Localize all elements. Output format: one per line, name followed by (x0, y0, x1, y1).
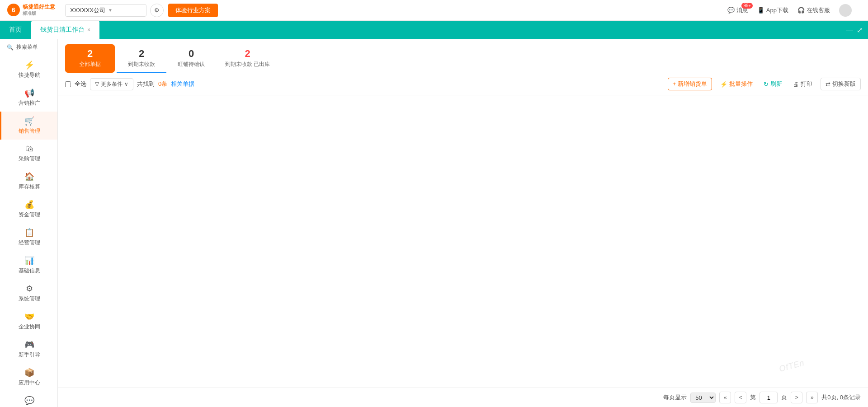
first-page-button[interactable]: « (719, 392, 731, 403)
finance-icon: 💰 (24, 200, 34, 210)
sidebar-label-operations: 经营管理 (19, 239, 40, 247)
sidebar-item-inventory[interactable]: 🏠 库存核算 (0, 167, 57, 195)
purchase-icon: 🛍 (25, 144, 33, 154)
gear-icon: ⚙ (154, 7, 160, 14)
sidebar-label-app-center: 应用中心 (19, 379, 40, 387)
logo-icon: 6 (7, 4, 20, 16)
top-header: 6 畅捷通好生意 标准版 XXXXXX公司 ▼ ⚙ 体验行业方案 💬 消息 99… (0, 0, 868, 21)
add-sales-order-button[interactable]: + 新增销货单 (668, 78, 712, 90)
sidebar-item-beginner[interactable]: 🎮 新手引导 (0, 335, 57, 363)
sidebar-item-finance[interactable]: 💰 资金管理 (0, 195, 57, 223)
service-icon: 🎧 (797, 7, 805, 14)
toolbar-left: 全选 ▽ 更多条件 ∨ 共找到 0条 相关单据 (65, 78, 664, 90)
chevron-icon: ∨ (124, 81, 128, 87)
online-service-action[interactable]: 🎧 在线客服 (797, 6, 830, 14)
sidebar: 🔍 搜索菜单 ⚡ 快捷导航 📢 营销推广 🛒 销售管理 🛍 采购管理 🏠 库存核… (0, 39, 58, 407)
sidebar-item-marketing[interactable]: 📢 营销推广 (0, 84, 57, 112)
stat-tab-overdue[interactable]: 2 到期未收款 (117, 44, 166, 73)
operations-icon: 📋 (24, 228, 34, 238)
more-conditions-label: 更多条件 (101, 80, 123, 88)
search-label: 搜索菜单 (16, 43, 38, 51)
table-area (58, 95, 868, 388)
app-center-icon: 📦 (24, 368, 34, 378)
sidebar-item-app-center[interactable]: 📦 应用中心 (0, 363, 57, 391)
settings-button[interactable]: ⚙ (150, 4, 164, 17)
nav-tab-actions: — ⤢ (846, 26, 868, 34)
cooperation-icon: 🤝 (24, 312, 34, 322)
found-prefix: 共找到 (137, 80, 155, 88)
switch-version-button[interactable]: ⇄ 切换新版 (821, 78, 861, 90)
sidebar-label-basic-info: 基础信息 (19, 267, 40, 275)
stat-label-pending: 旺铺待确认 (178, 61, 205, 68)
download-icon: 📱 (757, 7, 764, 14)
print-button[interactable]: 🖨 打印 (790, 78, 815, 90)
total-info: 共0页, 0条记录 (821, 393, 861, 402)
basic-info-icon: 📊 (24, 256, 34, 266)
search-icon: 🔍 (7, 44, 14, 51)
stat-num-all: 2 (87, 48, 93, 60)
tab-cash-flow[interactable]: 钱货日清工作台 × (31, 21, 99, 39)
refresh-icon: ↻ (764, 81, 769, 88)
app-download-label: App下载 (766, 6, 788, 14)
page-label-post: 页 (781, 393, 787, 402)
sidebar-item-operations[interactable]: 📋 经营管理 (0, 223, 57, 251)
system-icon: ⚙ (26, 284, 33, 294)
minimize-window-button[interactable]: — (846, 26, 853, 34)
company-selector[interactable]: XXXXXX公司 ▼ (65, 4, 146, 17)
logo-area: 6 畅捷通好生意 标准版 (7, 4, 65, 16)
select-all-checkbox[interactable] (65, 81, 71, 87)
sidebar-item-system[interactable]: ⚙ 系统管理 (0, 279, 57, 307)
sidebar-label-marketing: 营销推广 (19, 99, 40, 107)
content-area: 2 全部单据 2 到期未收款 0 旺铺待确认 2 到期未收款 已出库 全选 (58, 39, 868, 407)
per-page-select[interactable]: 50 100 200 (690, 393, 716, 403)
sales-icon: 🛒 (24, 116, 34, 126)
found-count: 0条 (158, 80, 167, 88)
sidebar-item-purchase[interactable]: 🛍 采购管理 (0, 140, 57, 167)
batch-operations-button[interactable]: ⚡ 批量操作 (717, 78, 755, 90)
more-conditions-button[interactable]: ▽ 更多条件 ∨ (90, 78, 133, 90)
stat-label-outstock: 到期未收款 已出库 (225, 61, 270, 68)
company-name: XXXXXX公司 (70, 6, 105, 14)
stat-tab-outstock[interactable]: 2 到期未收款 已出库 (216, 44, 279, 73)
app-download-action[interactable]: 📱 App下载 (757, 6, 788, 14)
sidebar-item-quick-nav[interactable]: ⚡ 快捷导航 (0, 56, 57, 84)
app-version: 标准版 (23, 10, 55, 17)
close-tab-icon[interactable]: × (87, 27, 90, 33)
messages-action[interactable]: 💬 消息 99+ (727, 6, 748, 14)
page-number-input[interactable] (760, 392, 778, 403)
stat-num-outstock: 2 (245, 48, 250, 60)
sidebar-label-sales: 销售管理 (19, 127, 40, 135)
maximize-window-button[interactable]: ⤢ (857, 26, 863, 34)
prev-page-button[interactable]: < (735, 392, 746, 403)
pagination: 每页显示 50 100 200 « < 第 页 > » 共0页, 0条记录 (58, 388, 868, 407)
toolbar-right: + 新增销货单 ⚡ 批量操作 ↻ 刷新 🖨 打印 ⇄ 切换新版 (668, 78, 861, 90)
tab-home[interactable]: 首页 (0, 21, 31, 39)
filter-icon: ▽ (95, 81, 99, 87)
sidebar-item-basic-info[interactable]: 📊 基础信息 (0, 251, 57, 279)
refresh-button[interactable]: ↻ 刷新 (761, 78, 785, 90)
last-page-button[interactable]: » (806, 392, 818, 403)
sidebar-item-sales[interactable]: 🛒 销售管理 (0, 112, 57, 140)
main-layout: 🔍 搜索菜单 ⚡ 快捷导航 📢 营销推广 🛒 销售管理 🛍 采购管理 🏠 库存核… (0, 39, 868, 407)
stat-tab-pending[interactable]: 0 旺铺待确认 (166, 44, 216, 73)
sidebar-label-cooperation: 企业协同 (19, 323, 40, 331)
marketing-icon: 📢 (24, 88, 34, 98)
sidebar-label-finance: 资金管理 (19, 211, 40, 219)
trial-button[interactable]: 体验行业方案 (168, 4, 218, 17)
beginner-icon: 🎮 (24, 340, 34, 350)
stat-tab-all[interactable]: 2 全部单据 (65, 44, 115, 73)
company-dropdown-arrow: ▼ (108, 8, 113, 13)
sidebar-label-quick-nav: 快捷导航 (19, 71, 40, 79)
avatar[interactable] (839, 4, 852, 17)
related-orders-link[interactable]: 相关单据 (171, 80, 194, 88)
sidebar-label-system: 系统管理 (19, 295, 40, 303)
sidebar-label-inventory: 库存核算 (19, 183, 40, 191)
sidebar-item-cooperation[interactable]: 🤝 企业协同 (0, 307, 57, 335)
sidebar-item-wechat[interactable]: 💬 企业微信 (0, 391, 57, 407)
sidebar-search[interactable]: 🔍 搜索菜单 (0, 39, 57, 56)
toolbar: 全选 ▽ 更多条件 ∨ 共找到 0条 相关单据 + 新增销货单 ⚡ 批量操作 ↻ (58, 73, 868, 95)
messages-badge: 99+ (741, 3, 752, 9)
stat-num-pending: 0 (189, 48, 194, 60)
stats-tabs: 2 全部单据 2 到期未收款 0 旺铺待确认 2 到期未收款 已出库 (58, 39, 868, 73)
next-page-button[interactable]: > (791, 392, 802, 403)
